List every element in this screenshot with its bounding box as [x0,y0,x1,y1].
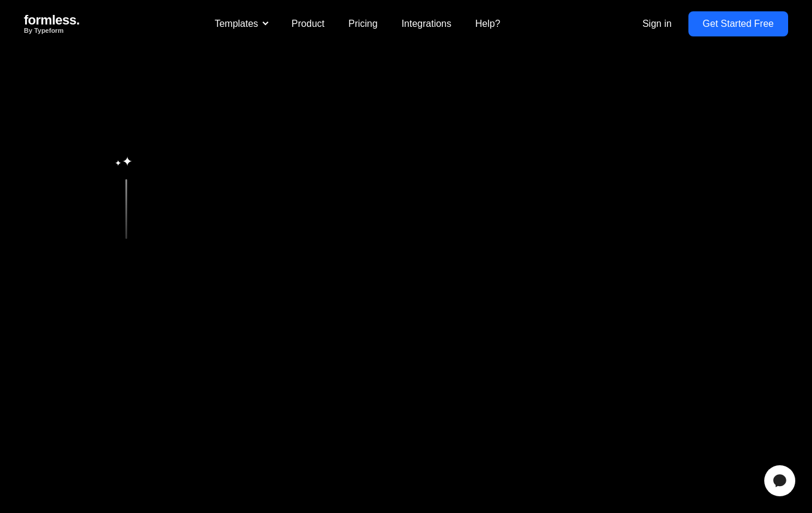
sparkle-large-icon: ✦ [122,155,133,168]
nav-item-pricing[interactable]: Pricing [339,14,387,34]
sparkle-small-icon: ✦ [115,159,122,167]
nav-item-help[interactable]: Help? [466,14,510,34]
nav-label-product: Product [291,19,324,29]
nav-label-templates: Templates [214,19,258,29]
nav-item-product[interactable]: Product [282,14,334,34]
logo[interactable]: formless. By Typeform [24,14,79,34]
nav-right: Sign in Get Started Free [635,11,788,36]
logo-brand: Typeform [34,27,63,34]
navbar: formless. By Typeform Templates Product … [0,0,812,48]
nav-label-help: Help? [475,19,500,29]
nav-item-templates[interactable]: Templates [205,14,277,34]
logo-wordmark: formless. [24,14,79,27]
signin-button[interactable]: Sign in [635,14,679,34]
get-started-button[interactable]: Get Started Free [688,11,788,36]
chevron-down-icon [260,20,267,27]
wand-decoration: ✦ ✦ [113,155,137,239]
nav-item-integrations[interactable]: Integrations [392,14,461,34]
main-content: ✦ ✦ [0,48,812,513]
wand-line [125,179,127,239]
chat-icon [772,473,788,489]
nav-links: Templates Product Pricing Integrations H… [205,14,509,34]
nav-label-pricing: Pricing [348,19,377,29]
chat-widget[interactable] [764,465,795,496]
nav-label-integrations: Integrations [401,19,451,29]
sparkle-group: ✦ ✦ [113,155,137,179]
logo-byline: By Typeform [24,27,79,34]
